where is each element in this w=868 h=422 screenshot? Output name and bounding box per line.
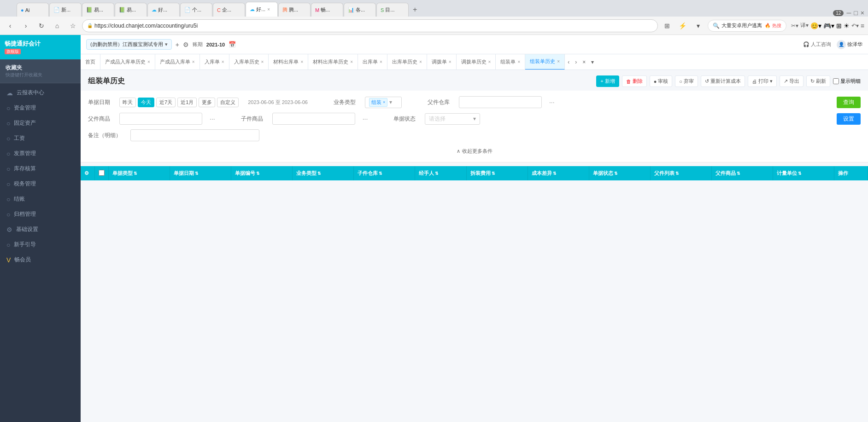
translate-btn[interactable]: 译▾ xyxy=(800,22,809,29)
sort-handler-icon[interactable]: ⇅ xyxy=(435,171,439,176)
review-btn[interactable]: ● 审核 xyxy=(650,75,673,87)
sort-number-icon[interactable]: ⇅ xyxy=(256,171,260,176)
qr-btn[interactable]: ⊞ xyxy=(661,19,674,32)
tab-close-transfer[interactable]: × xyxy=(449,59,452,64)
tab-more-btn[interactable]: ▾ xyxy=(588,59,597,65)
refresh-btn[interactable]: ↻ 刷新 xyxy=(806,75,830,87)
calendar-icon[interactable]: 📅 xyxy=(229,41,236,48)
sidebar-item-settings[interactable]: ⚙ 基础设置 xyxy=(0,222,81,237)
tab-product-inbound[interactable]: 产成品入库单 × xyxy=(155,54,200,70)
sidebar-item-settlement[interactable]: ○ 结账 xyxy=(0,191,81,207)
parent-goods-dots[interactable]: ··· xyxy=(210,115,215,122)
biz-type-select[interactable]: 组装 × ▾ xyxy=(365,97,402,108)
tab-close-outbound[interactable]: × xyxy=(380,59,382,64)
tab-product-inbound-history[interactable]: 产成品入库单历史 × xyxy=(100,54,155,70)
sidebar-item-salary[interactable]: ○ 工资 xyxy=(0,131,81,146)
abandon-btn[interactable]: ○ 弃审 xyxy=(675,75,698,87)
table-settings-col[interactable]: ⚙ xyxy=(81,166,94,180)
favorites-section[interactable]: 收藏夹 快捷键打开收藏夹 xyxy=(0,59,81,83)
tab-nav-prev[interactable]: ‹ xyxy=(565,59,572,65)
collapse-filters-btn[interactable]: ∧ 收起更多条件 xyxy=(88,146,861,156)
tab-outbound[interactable]: 出库单 × xyxy=(358,54,387,70)
tab-transfer-history[interactable]: 调拨单历史 × xyxy=(457,54,496,70)
sort-status-icon[interactable]: ⇅ xyxy=(614,171,618,176)
table-checkbox-col[interactable] xyxy=(94,166,108,180)
sort-cost-icon[interactable]: ⇅ xyxy=(553,171,557,176)
tab-close-product-inbound-history[interactable]: × xyxy=(147,59,150,64)
tab-8-close[interactable]: × xyxy=(267,7,270,12)
lightning-btn[interactable]: ⚡ xyxy=(676,19,689,32)
sidebar-item-tax[interactable]: ○ 税务管理 xyxy=(0,176,81,191)
sort-unit-icon[interactable]: ⇅ xyxy=(798,171,802,176)
undo-btn[interactable]: ↶▾ xyxy=(851,23,859,29)
user-btn[interactable]: 👤 徐泽华 xyxy=(837,40,862,49)
browser-tab-3[interactable]: 📗易... xyxy=(82,3,114,17)
close-window-btn[interactable]: × xyxy=(861,9,864,17)
tab-inbound-history[interactable]: 入库单历史 × xyxy=(229,54,269,70)
company-selector[interactable]: (勿删勿禁用）江西服宝测试专用 ▾ xyxy=(86,39,172,50)
browser-tab-9[interactable]: 腾腾... xyxy=(278,3,311,17)
tab-close-material-outbound-history[interactable]: × xyxy=(350,59,353,64)
biz-type-dropdown[interactable]: ▾ xyxy=(389,99,392,105)
date-7days-btn[interactable]: 近7天 xyxy=(156,98,176,107)
bill-status-select[interactable]: 请选择 ▾ xyxy=(425,113,480,125)
maximize-btn[interactable]: □ xyxy=(854,9,857,17)
tab-close-inbound[interactable]: × xyxy=(222,59,224,64)
browser-tab-11[interactable]: 📊各... xyxy=(344,3,376,17)
tab-assembly-history[interactable]: 组装单历史 × xyxy=(525,54,565,70)
browser-tab-12[interactable]: S目... xyxy=(376,3,409,17)
forward-btn[interactable]: › xyxy=(19,19,32,32)
tab-assembly[interactable]: 组装单 × xyxy=(496,54,525,70)
address-bar[interactable]: 🔒 https://cloud.chanjet.com/accounting/u… xyxy=(82,19,658,32)
sidebar-item-capital[interactable]: ○ 资金管理 xyxy=(0,100,81,116)
sidebar-item-invoice[interactable]: ○ 发票管理 xyxy=(0,146,81,161)
company-settings-btn[interactable]: ⚙ xyxy=(183,41,189,48)
browser-tab-7[interactable]: C企... xyxy=(213,3,245,17)
browser-tab-10[interactable]: M畅... xyxy=(311,3,343,17)
parent-warehouse-input[interactable] xyxy=(459,96,542,108)
parent-warehouse-dots[interactable]: ··· xyxy=(549,98,555,106)
browser-tab-2[interactable]: 📄新... xyxy=(49,3,82,17)
sort-child-wh-icon[interactable]: ⇅ xyxy=(379,171,382,176)
tab-close-product-inbound[interactable]: × xyxy=(192,59,195,64)
show-detail-checkbox-label[interactable]: 显示明细 xyxy=(833,78,861,85)
date-yesterday-btn[interactable]: 昨天 xyxy=(119,98,136,107)
note-input[interactable] xyxy=(130,129,259,141)
browser-tab-8-active[interactable]: ☁好... × xyxy=(246,2,278,17)
sun-btn[interactable]: ☀ xyxy=(844,22,850,29)
browser-tab-4[interactable]: 📗易... xyxy=(115,3,147,17)
tab-nav-next[interactable]: › xyxy=(572,59,580,65)
minimize-btn[interactable]: ─ xyxy=(846,9,851,17)
sidebar-item-member[interactable]: V 畅会员 xyxy=(0,252,81,267)
sidebar-item-archive[interactable]: ○ 归档管理 xyxy=(0,207,81,222)
service-btn[interactable]: 🎧 人工咨询 xyxy=(803,41,831,48)
refresh-browser-btn[interactable]: ↻ xyxy=(35,19,48,32)
sort-parent-list-icon[interactable]: ⇅ xyxy=(675,171,679,176)
tab-outbound-history[interactable]: 出库单历史 × xyxy=(387,54,427,70)
export-btn[interactable]: ↗ 导出 xyxy=(780,75,803,87)
delete-btn[interactable]: 🗑 删除 xyxy=(622,75,647,87)
dropdown-btn[interactable]: ▾ xyxy=(692,19,705,32)
tab-material-outbound-history[interactable]: 材料出库单历史 × xyxy=(308,54,358,70)
bookmark-btn[interactable]: ☆ xyxy=(66,19,79,32)
menu-btn[interactable]: ≡ xyxy=(861,22,864,29)
sort-fee-icon[interactable]: ⇅ xyxy=(492,171,495,176)
grid-btn[interactable]: ⊞ xyxy=(836,22,842,29)
tab-close-assembly[interactable]: × xyxy=(517,59,520,64)
sidebar-item-guide[interactable]: ○ 新手引导 xyxy=(0,237,81,252)
sidebar-item-reports[interactable]: ☁ 云报表中心 xyxy=(0,85,81,100)
add-company-btn[interactable]: + xyxy=(176,41,179,48)
back-btn[interactable]: ‹ xyxy=(4,19,17,32)
new-btn[interactable]: + 新增 xyxy=(596,75,619,87)
game-btn[interactable]: 🎮▾ xyxy=(823,22,834,29)
home-btn[interactable]: ⌂ xyxy=(51,19,64,32)
sort-biz-icon[interactable]: ⇅ xyxy=(317,171,321,176)
child-goods-input[interactable] xyxy=(272,113,355,125)
browser-tab-1[interactable]: ●Ai xyxy=(17,3,49,17)
tab-close-all[interactable]: × xyxy=(580,59,588,65)
tab-close-transfer-history[interactable]: × xyxy=(488,59,491,64)
child-goods-dots[interactable]: ··· xyxy=(363,115,368,122)
sidebar-item-inventory[interactable]: ○ 库存核算 xyxy=(0,161,81,176)
sort-date-icon[interactable]: ⇅ xyxy=(195,171,199,176)
show-detail-checkbox[interactable] xyxy=(833,78,839,84)
